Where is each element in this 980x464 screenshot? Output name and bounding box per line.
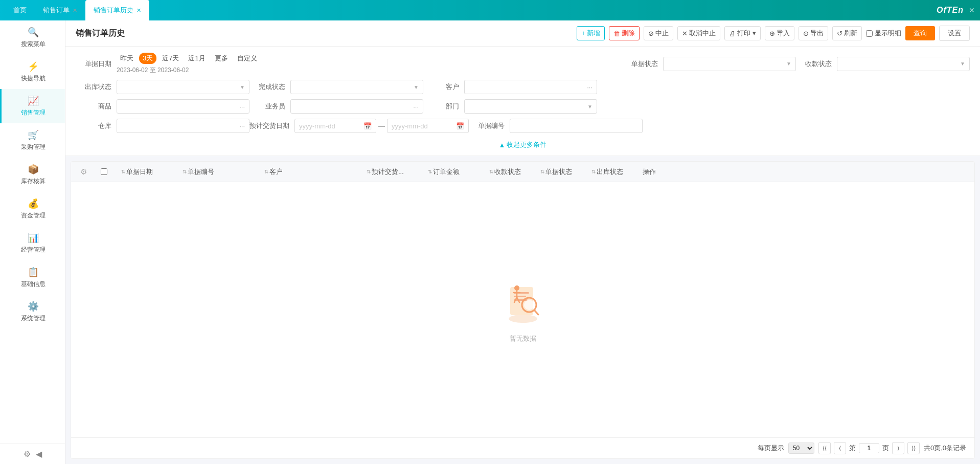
department-select[interactable]: ▼ [464, 99, 597, 114]
brand-label: OfTEn [937, 6, 964, 15]
last-page-btn[interactable]: ⟩⟩ [907, 442, 920, 454]
shortcut-more[interactable]: 更多 [211, 53, 232, 64]
display-toggle[interactable]: 显示明细 [866, 29, 901, 38]
sidebar-item-system[interactable]: ⚙️ 系统管理 [0, 295, 65, 329]
svg-point-6 [524, 300, 534, 310]
product-label: 商品 [76, 102, 117, 111]
th-amount-sort-icon[interactable]: ⇅ [428, 169, 432, 174]
first-page-btn[interactable]: ⟨⟨ [818, 442, 831, 454]
sidebar-item-sales-mgmt[interactable]: 📈 销售管理 [0, 89, 65, 123]
shortcut-1month[interactable]: 近1月 [185, 53, 209, 64]
setting-button[interactable]: 设置 [939, 26, 970, 41]
shortcut-7days[interactable]: 近7天 [158, 53, 183, 64]
th-gear[interactable]: ⚙ [76, 167, 97, 176]
sidebar-item-system-label: 系统管理 [21, 314, 45, 323]
current-page-input[interactable] [859, 443, 879, 453]
cancel-stop-button[interactable]: ✕ 取消中止 [677, 26, 720, 40]
per-page-label: 每页显示 [758, 444, 784, 453]
sidebar-item-finance[interactable]: 💰 资金管理 [0, 192, 65, 226]
th-order-sort-icon[interactable]: ⇅ [540, 169, 544, 174]
import-icon: ⊕ [769, 30, 775, 37]
product-input[interactable]: ··· [117, 99, 249, 114]
th-cb[interactable] [97, 168, 117, 175]
import-button[interactable]: ⊕ 导入 [765, 26, 794, 40]
new-button-label: + 新增 [581, 29, 600, 38]
sidebar-item-operations[interactable]: 📊 经营管理 [0, 226, 65, 260]
sidebar-settings-icon[interactable]: ⚙ [24, 449, 31, 459]
sidebar-item-quick-nav[interactable]: ⚡ 快捷导航 [0, 55, 65, 89]
th-delivery-sort-icon[interactable]: ⇅ [367, 169, 371, 174]
order-status-select[interactable]: ▼ [663, 57, 796, 71]
select-all-checkbox[interactable] [101, 168, 107, 175]
th-customer-sort-icon[interactable]: ⇅ [264, 169, 268, 174]
th-stock-sort-icon[interactable]: ⇅ [591, 169, 596, 174]
salesperson-input[interactable]: ··· [290, 99, 423, 114]
sidebar-collapse-icon[interactable]: ◀ [36, 449, 42, 459]
main-layout: 🔍 搜索菜单 ⚡ 快捷导航 📈 销售管理 🛒 采购管理 📦 库存核算 💰 资金管… [0, 20, 980, 464]
import-button-label: 导入 [777, 29, 790, 38]
next-page-btn[interactable]: ⟩ [892, 442, 904, 454]
delivery-date-from-input[interactable]: yyyy-mm-dd 📅 [294, 119, 376, 133]
complete-status-select[interactable]: ▼ [290, 80, 423, 94]
doc-no-input[interactable] [510, 119, 643, 133]
receipt-status-select[interactable]: ▼ [837, 57, 970, 71]
stop-icon: ⊘ [648, 30, 654, 37]
tab-sales-order-history[interactable]: 销售订单历史 ✕ [85, 0, 149, 20]
tab-sales-order-history-close[interactable]: ✕ [136, 7, 141, 14]
display-toggle-checkbox[interactable] [866, 30, 873, 37]
complete-status-label: 完成状态 [249, 82, 290, 92]
gear-header-icon: ⚙ [80, 167, 87, 176]
export-button[interactable]: ⊙ 导出 [799, 26, 828, 40]
date-shortcuts: 昨天 3天 近7天 近1月 更多 自定义 [117, 53, 261, 64]
svg-point-0 [509, 315, 537, 323]
sidebar-item-operations-label: 经营管理 [21, 246, 45, 254]
print-button[interactable]: 🖨 打印 ▾ [724, 26, 761, 40]
tab-home[interactable]: 首页 [5, 0, 35, 20]
page-label-post: 页 [882, 444, 889, 453]
shortcut-3days[interactable]: 3天 [139, 53, 156, 64]
order-status-label: 单据状态 [622, 59, 663, 69]
inventory-icon: 📦 [28, 164, 39, 175]
th-date-sort-icon[interactable]: ⇅ [121, 169, 125, 174]
sidebar-item-inventory[interactable]: 📦 库存核算 [0, 158, 65, 192]
tab-sales-order-close[interactable]: ✕ [73, 7, 77, 14]
new-button[interactable]: + 新增 [577, 26, 605, 40]
sidebar-item-basic-info[interactable]: 📋 基础信息 [0, 260, 65, 295]
collapse-button[interactable]: ▲ 收起更多条件 [499, 140, 547, 149]
print-icon: 🖨 [729, 30, 736, 37]
delete-button[interactable]: 🗑 删除 [609, 26, 640, 40]
svg-line-7 [534, 310, 538, 315]
content-area: 销售订单历史 + 新增 🗑 删除 ⊘ 中止 ✕ 取消中止 🖨 [65, 20, 980, 464]
warehouse-input[interactable]: ··· [117, 119, 249, 133]
top-close-btn[interactable]: ✕ [969, 6, 975, 14]
top-bar-right: OfTEn ✕ [937, 6, 975, 15]
operations-icon: 📊 [28, 232, 39, 244]
export-icon: ⊙ [803, 30, 809, 37]
prev-page-btn[interactable]: ⟨ [834, 442, 846, 454]
filter-area: 单据日期 昨天 3天 近7天 近1月 更多 自定义 2023-06-02 至 2… [65, 47, 980, 156]
sidebar-item-purchase-mgmt[interactable]: 🛒 采购管理 [0, 123, 65, 158]
stock-out-select[interactable]: ▼ [117, 80, 249, 94]
stop-button[interactable]: ⊘ 中止 [644, 26, 673, 40]
customer-input[interactable]: ··· [464, 80, 597, 94]
tab-sales-order[interactable]: 销售订单 ✕ [35, 0, 85, 20]
export-button-label: 导出 [810, 29, 824, 38]
th-no-sort-icon[interactable]: ⇅ [183, 169, 187, 174]
per-page-select[interactable]: 50 10 20 100 [788, 443, 814, 454]
refresh-button[interactable]: ↺ 刷新 [832, 26, 862, 40]
shortcut-custom[interactable]: 自定义 [234, 53, 261, 64]
th-order-status: ⇅ 单据状态 [536, 167, 587, 176]
display-toggle-label: 显示明细 [875, 29, 901, 38]
th-customer: ⇅ 客户 [260, 167, 362, 176]
finance-icon: 💰 [28, 198, 39, 209]
table-area: ⚙ ⇅ 单据日期 ⇅ 单据编号 ⇅ 客户 ⇅ [71, 161, 975, 459]
th-date-label: 单据日期 [126, 167, 153, 176]
shortcut-yesterday[interactable]: 昨天 [117, 53, 137, 64]
quick-nav-icon: ⚡ [28, 61, 39, 72]
sidebar-item-search-menu[interactable]: 🔍 搜索菜单 [0, 20, 65, 55]
total-text: 共0页,0条记录 [924, 444, 966, 453]
query-button[interactable]: 查询 [905, 26, 935, 40]
th-amount-label: 订单金额 [433, 167, 460, 176]
th-receipt-sort-icon[interactable]: ⇅ [489, 169, 493, 174]
delivery-date-to-input[interactable]: yyyy-mm-dd 📅 [387, 119, 469, 133]
